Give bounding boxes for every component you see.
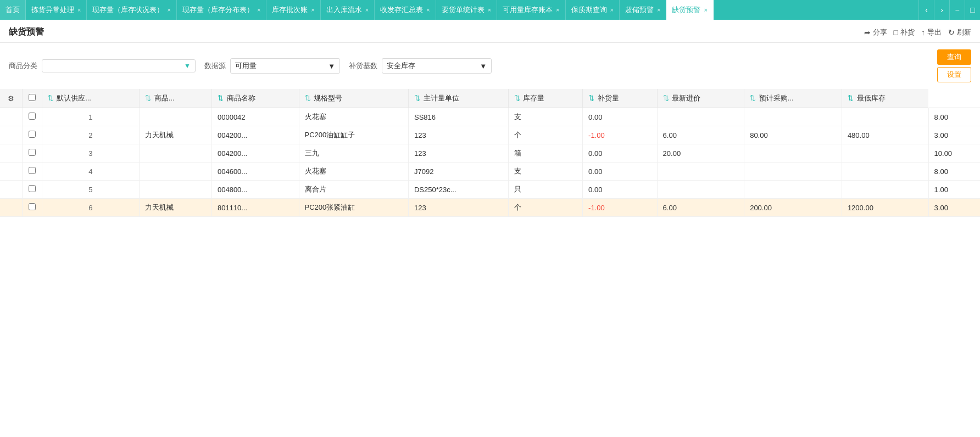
row-gear-cell	[0, 144, 22, 163]
product-name-sort-icon: ⇅	[218, 94, 224, 102]
tab-close-stock-status[interactable]: ×	[167, 7, 170, 13]
column-spec[interactable]: ⇅ 规格型号	[299, 89, 408, 108]
column-latest-price[interactable]: ⇅ 最新进价	[657, 89, 744, 108]
tab-home[interactable]: 首页	[0, 0, 26, 20]
unit-sort-icon: ⇅	[414, 94, 420, 102]
tab-close-available-ledger[interactable]: ×	[556, 7, 559, 13]
row-est-purchase	[842, 144, 928, 163]
tab-close-order-stats[interactable]: ×	[488, 7, 491, 13]
tab-close-shortage[interactable]: ×	[704, 7, 707, 13]
tab-close-expiry[interactable]: ×	[610, 7, 614, 13]
row-unit: 只	[508, 181, 583, 199]
row-supplier	[140, 163, 212, 181]
filter-action-buttons: 查询 设置	[937, 49, 971, 82]
tab-order-stats[interactable]: 要货单统计表 ×	[436, 0, 497, 20]
row-checkbox[interactable]	[29, 131, 36, 138]
tab-abnormal[interactable]: 拣货异常处理 ×	[26, 0, 87, 20]
select-all-checkbox[interactable]	[29, 94, 36, 101]
tab-stock-dist[interactable]: 现存量（库存分布表） ×	[177, 0, 266, 20]
row-checkbox[interactable]	[29, 185, 36, 192]
row-gear-cell	[0, 163, 22, 181]
row-product-code: 004800...	[211, 181, 299, 199]
row-product-name: PC200油缸缸子	[299, 126, 408, 144]
replenish-sort-icon: ⇅	[588, 94, 594, 102]
tab-expiry[interactable]: 保质期查询 ×	[566, 0, 620, 20]
datasource-select[interactable]: 可用量 ▼	[230, 58, 340, 74]
row-stock: 0.00	[583, 108, 658, 126]
column-est-purchase[interactable]: ⇅ 预计采购...	[744, 89, 842, 108]
tab-recv-summary[interactable]: 收发存汇总表 ×	[375, 0, 436, 20]
export-button[interactable]: ↑ 导出	[921, 27, 942, 37]
refresh-icon: ↻	[948, 28, 955, 37]
settings-button[interactable]: 设置	[937, 67, 971, 82]
column-unit[interactable]: ⇅ 主计量单位	[408, 89, 508, 108]
tab-overstock[interactable]: 超储预警 ×	[620, 0, 666, 20]
query-button[interactable]: 查询	[937, 49, 971, 65]
supplier-sort-icon: ⇅	[48, 94, 54, 102]
table-row: 6 力天机械 801110... PC200张紧油缸 123 个 -1.00 6…	[0, 199, 980, 217]
tab-shortage[interactable]: 缺货预警 ×	[666, 0, 713, 20]
tab-prev-btn[interactable]: ‹	[918, 0, 934, 20]
tab-close-stock-dist[interactable]: ×	[257, 7, 260, 13]
tab-close-abnormal[interactable]: ×	[77, 7, 81, 13]
row-spec: 123	[408, 144, 508, 163]
column-stock[interactable]: ⇅ 库存量	[508, 89, 583, 108]
row-checkbox[interactable]	[29, 113, 36, 120]
gear-icon: ⚙	[8, 94, 14, 103]
tab-close-inout-flow[interactable]: ×	[365, 7, 369, 13]
column-product-code[interactable]: ⇅ 商品...	[140, 89, 212, 108]
row-check-cell	[22, 181, 42, 199]
tab-batch[interactable]: 库存批次账 ×	[266, 0, 320, 20]
tab-stock-status[interactable]: 现存量（库存状况表） ×	[87, 0, 176, 20]
row-gear-cell	[0, 199, 22, 217]
row-supplier	[140, 144, 212, 163]
share-button[interactable]: ➦ 分享	[864, 27, 887, 37]
row-unit: 支	[508, 163, 583, 181]
datasource-filter-group: 数据源 可用量 ▼	[204, 58, 340, 74]
replenish-base-select[interactable]: 安全库存 ▼	[382, 58, 492, 74]
row-gear-cell	[0, 108, 22, 126]
tab-close-recv-summary[interactable]: ×	[426, 7, 430, 13]
row-check-cell	[22, 108, 42, 126]
column-supplier[interactable]: ⇅ 默认供应...	[42, 89, 140, 108]
tab-next-btn[interactable]: ›	[934, 0, 949, 20]
row-spec: DS250*23c...	[408, 181, 508, 199]
row-product-code: 004600...	[211, 163, 299, 181]
tab-close-overstock[interactable]: ×	[657, 7, 660, 13]
category-select[interactable]: ▼	[42, 59, 196, 72]
row-latest-price: 80.00	[744, 126, 842, 144]
replenish-button[interactable]: □ 补货	[894, 27, 915, 37]
tab-close-batch[interactable]: ×	[311, 7, 314, 13]
row-product-name: PC200张紧油缸	[299, 199, 408, 217]
row-unit: 箱	[508, 144, 583, 163]
row-num: 4	[42, 163, 140, 181]
row-check-cell	[22, 144, 42, 163]
column-product-name[interactable]: ⇅ 商品名称	[211, 89, 299, 108]
tab-inout-flow[interactable]: 出入库流水 ×	[321, 0, 375, 20]
column-settings[interactable]: ⚙	[0, 89, 22, 108]
table-row: 4 004600... 火花塞 J7092 支 0.00 8.00	[0, 163, 980, 181]
tab-available-ledger[interactable]: 可用量库存账本 ×	[497, 0, 565, 20]
row-num: 1	[42, 108, 140, 126]
row-latest-price	[744, 163, 842, 181]
tab-minimize-btn[interactable]: −	[949, 0, 965, 20]
row-checkbox[interactable]	[29, 167, 36, 174]
datasource-dropdown-icon: ▼	[328, 62, 335, 70]
row-checkbox[interactable]	[29, 149, 36, 156]
row-min-stock: 3.00	[928, 199, 980, 217]
row-check-cell	[22, 126, 42, 144]
row-checkbox[interactable]	[29, 203, 36, 210]
column-replenish[interactable]: ⇅ 补货量	[583, 89, 658, 108]
replenish-base-label: 补货基数	[349, 61, 377, 71]
export-icon: ↑	[921, 28, 925, 37]
row-latest-price: 200.00	[744, 199, 842, 217]
row-product-name: 离合片	[299, 181, 408, 199]
row-stock: 0.00	[583, 144, 658, 163]
table-row: 5 004800... 离合片 DS250*23c... 只 0.00 1.00	[0, 181, 980, 199]
column-min-stock[interactable]: ⇅ 最低库存	[842, 89, 928, 108]
replenish-base-dropdown-icon: ▼	[480, 62, 487, 70]
row-num: 5	[42, 181, 140, 199]
refresh-button[interactable]: ↻ 刷新	[948, 27, 971, 37]
tab-maximize-btn[interactable]: □	[965, 0, 980, 20]
row-est-purchase	[842, 108, 928, 126]
